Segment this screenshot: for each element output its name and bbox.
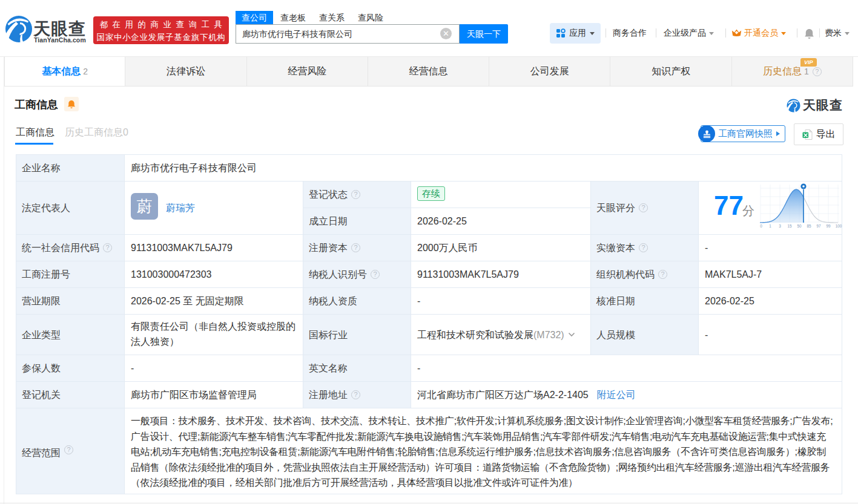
- svg-text:99: 99: [826, 224, 831, 228]
- svg-text:97: 97: [816, 224, 821, 228]
- svg-text:0: 0: [760, 224, 762, 228]
- svg-text:3: 3: [779, 224, 781, 228]
- svg-text:85: 85: [807, 224, 811, 228]
- svg-text:100: 100: [836, 224, 842, 228]
- svg-text:15: 15: [787, 224, 792, 228]
- svg-text:1: 1: [769, 224, 771, 228]
- svg-text:50: 50: [797, 224, 802, 228]
